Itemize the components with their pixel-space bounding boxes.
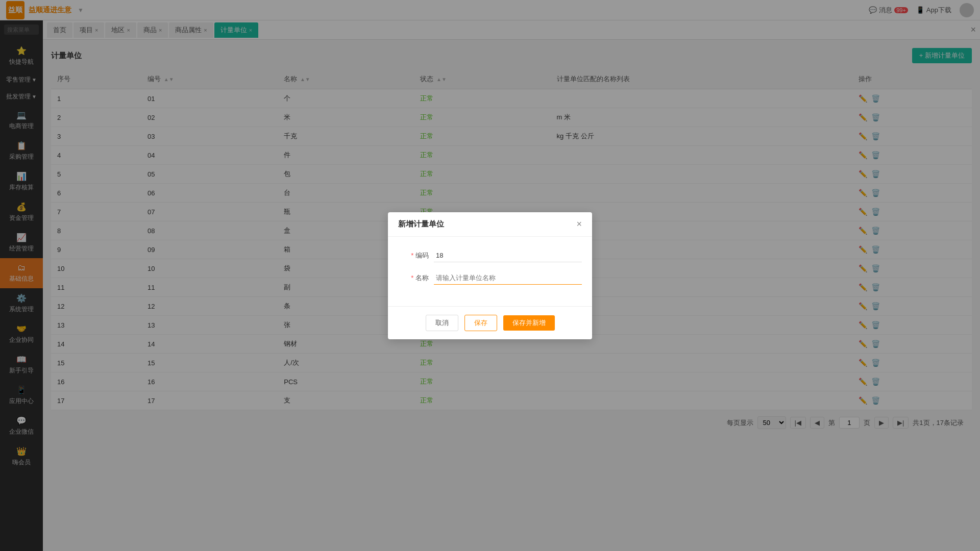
save-and-add-button[interactable]: 保存并新增 — [503, 315, 555, 331]
modal-close-button[interactable]: × — [576, 219, 582, 229]
cancel-button[interactable]: 取消 — [426, 315, 458, 331]
code-input[interactable] — [434, 249, 582, 262]
modal-dialog: 新增计量单位 × * 编码 * 名称 取消 保存 保存并新增 — [388, 212, 592, 339]
modal-title: 新增计量单位 — [398, 219, 444, 229]
form-row-code: * 编码 — [398, 249, 582, 262]
modal-footer: 取消 保存 保存并新增 — [388, 306, 592, 339]
code-label-text: 编码 — [415, 252, 429, 259]
save-button[interactable]: 保存 — [464, 315, 497, 331]
name-label-text: 名称 — [415, 274, 429, 282]
modal-header: 新增计量单位 × — [388, 212, 592, 237]
name-label: * 名称 — [398, 273, 429, 283]
required-star-name: * — [411, 274, 413, 282]
required-star-code: * — [411, 252, 413, 259]
code-label: * 编码 — [398, 251, 429, 260]
form-row-name: * 名称 — [398, 271, 582, 285]
name-input[interactable] — [434, 271, 582, 285]
modal-overlay[interactable]: 新增计量单位 × * 编码 * 名称 取消 保存 保存并新增 — [0, 0, 980, 551]
modal-body: * 编码 * 名称 — [388, 237, 592, 306]
